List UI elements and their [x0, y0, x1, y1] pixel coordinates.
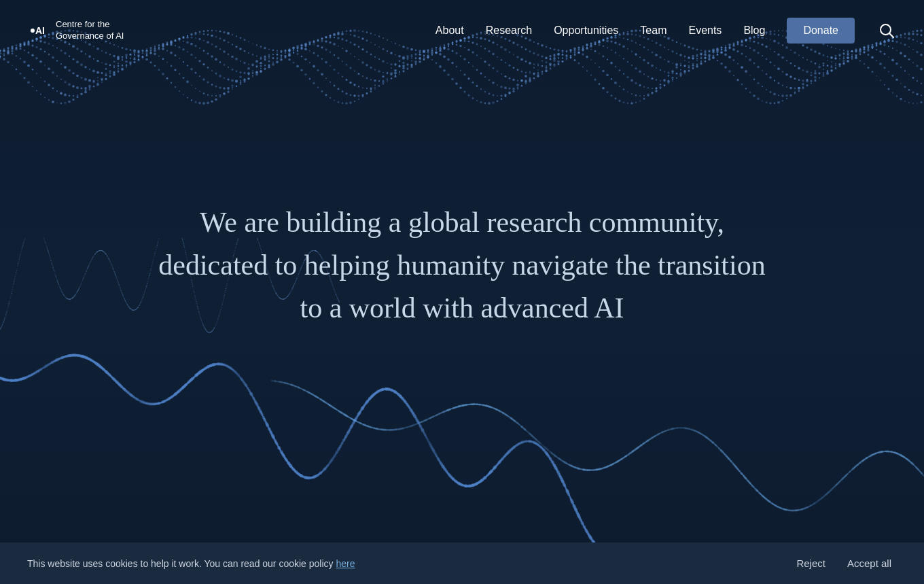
donate-button[interactable]: Donate [787, 18, 855, 44]
reject-button[interactable]: Reject [791, 555, 831, 572]
cookie-message: This website uses cookies to help it wor… [27, 558, 355, 569]
svg-line-3 [889, 33, 893, 37]
main-nav: About Research Opportunities Team Events… [436, 18, 897, 44]
logo[interactable]: AI Centre for the Governance of AI [27, 19, 124, 42]
cookie-banner: This website uses cookies to help it wor… [0, 543, 924, 584]
nav-research[interactable]: Research [486, 24, 532, 37]
search-icon [879, 23, 894, 38]
logo-icon: AI [27, 20, 49, 41]
svg-point-0 [31, 29, 35, 33]
header: AI Centre for the Governance of AI About… [0, 0, 924, 61]
nav-events[interactable]: Events [688, 24, 722, 37]
search-button[interactable] [876, 20, 897, 41]
nav-opportunities[interactable]: Opportunities [554, 24, 618, 37]
cookie-buttons: Reject Accept all [791, 555, 897, 572]
nav-about[interactable]: About [436, 24, 464, 37]
hero-section: We are building a global research commun… [156, 201, 768, 329]
nav-team[interactable]: Team [640, 24, 667, 37]
logo-text: Centre for the Governance of AI [56, 19, 124, 42]
accept-all-button[interactable]: Accept all [842, 555, 897, 572]
nav-blog[interactable]: Blog [743, 24, 765, 37]
svg-text:AI: AI [35, 25, 45, 36]
cookie-policy-link[interactable]: here [336, 558, 355, 569]
hero-heading: We are building a global research commun… [156, 201, 768, 329]
